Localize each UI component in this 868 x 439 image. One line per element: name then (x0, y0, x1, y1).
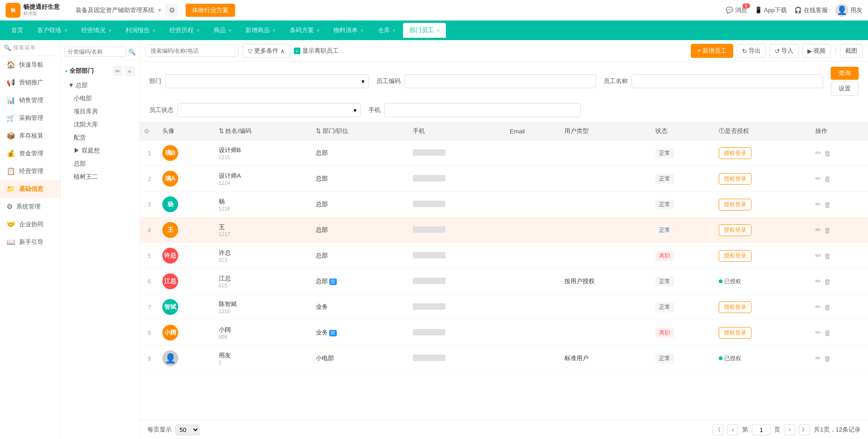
dept-search-input[interactable] (64, 47, 126, 57)
export-button[interactable]: ↻ 导出 (737, 44, 766, 58)
dept-tree-item-沈阳大库[interactable]: 沈阳大库 (61, 118, 139, 131)
online-service-btn[interactable]: 🎧 在线客服 (794, 6, 828, 14)
tab-close-icon[interactable]: × (196, 28, 199, 33)
first-page-btn[interactable]: 《 (712, 424, 723, 435)
sidebar-item-基础信息[interactable]: 📁基础信息 (0, 180, 60, 198)
auth-login-btn[interactable]: 授权登录 (719, 173, 751, 185)
more-filter-btn[interactable]: ▽ 更多条件 ∧ (243, 44, 290, 58)
dept-tree-item-总部[interactable]: 总部 (61, 157, 139, 170)
tab-close-icon[interactable]: × (229, 28, 231, 33)
screenshot-button[interactable]: 截图 (840, 44, 862, 58)
tab-close-icon[interactable]: × (272, 28, 275, 33)
nav-tab-客户联络[interactable]: 客户联络× (31, 23, 74, 38)
nav-tab-首页[interactable]: 首页 (5, 23, 30, 38)
nav-tab-仓库[interactable]: 仓库× (371, 23, 402, 38)
page-size-select[interactable]: 50 100 (175, 425, 200, 435)
edit-button[interactable]: ✏ (815, 200, 821, 209)
nav-tab-商品[interactable]: 商品× (207, 23, 238, 38)
auth-login-btn[interactable]: 授权登录 (719, 327, 751, 339)
nav-tab-物料清单[interactable]: 物料清单× (327, 23, 370, 38)
delete-button[interactable]: 🗑 (824, 252, 831, 260)
delete-button[interactable]: 🗑 (824, 329, 831, 337)
edit-button[interactable]: ✏ (815, 226, 821, 234)
sidebar-search[interactable]: 🔍 搜索菜单 (0, 40, 60, 56)
delete-button[interactable]: 🗑 (824, 278, 831, 286)
import-button[interactable]: ↺ 导入 (770, 44, 799, 58)
nav-tab-新增商品[interactable]: 新增商品× (239, 23, 282, 38)
delete-button[interactable]: 🗑 (824, 226, 831, 234)
tab-close-icon[interactable]: × (108, 28, 111, 33)
filter-emp-name-input[interactable] (632, 74, 823, 88)
messages-btn[interactable]: 💬 消息 5 (726, 6, 747, 14)
table-col-2[interactable]: ⇅ 姓名/编码 (215, 122, 312, 140)
sidebar-item-营销推广[interactable]: 📢营销推广 (0, 74, 60, 91)
delete-button[interactable]: 🗑 (824, 149, 831, 157)
dept-tree-item-总部[interactable]: ▼ 总部 (61, 79, 139, 92)
add-employee-button[interactable]: + 新增员工 (691, 44, 733, 58)
filter-status-select[interactable]: ▾ (177, 103, 361, 117)
sidebar-item-系统管理[interactable]: ⚙系统管理 (0, 198, 60, 216)
filter-emp-code-input[interactable] (404, 74, 596, 88)
dept-collapse-btn[interactable]: « (125, 66, 135, 76)
filter-search-btn[interactable]: 查询 (831, 67, 859, 80)
dept-add-btn[interactable]: ✏ (112, 66, 123, 76)
gear-button[interactable]: ⚙ (165, 4, 178, 17)
dept-tree-item-小电部[interactable]: 小电部 (61, 92, 139, 105)
edit-button[interactable]: ✏ (815, 277, 821, 286)
sidebar-item-新手引导[interactable]: 📖新手引导 (0, 233, 60, 251)
auth-login-btn[interactable]: 授权登录 (719, 199, 751, 210)
user-area[interactable]: 👤 用友 (835, 4, 862, 17)
dept-tree-item-项目库房[interactable]: 项目库房 (61, 105, 139, 118)
dropdown-arrow-icon[interactable]: ▾ (158, 7, 161, 14)
filter-set-btn[interactable]: 设置 (831, 82, 859, 96)
sidebar-item-经营管理[interactable]: 📋经营管理 (0, 162, 60, 180)
edit-button[interactable]: ✏ (815, 303, 821, 311)
next-page-btn[interactable]: › (784, 424, 795, 435)
nav-tab-经营历程[interactable]: 经营历程× (163, 23, 206, 38)
last-page-btn[interactable]: 》 (799, 424, 810, 435)
sidebar-item-快速导航[interactable]: 🏠快速导航 (0, 56, 60, 74)
sidebar-item-资金管理[interactable]: 💰资金管理 (0, 145, 60, 162)
filter-dept-select[interactable]: ▾ (165, 74, 369, 88)
table-settings-icon[interactable]: ⚙ (144, 127, 150, 135)
tab-close-icon[interactable]: × (361, 28, 363, 33)
delete-button[interactable]: 🗑 (824, 303, 831, 311)
nav-tab-利润报告[interactable]: 利润报告× (119, 23, 162, 38)
trial-button[interactable]: 体验行业方案 (186, 4, 235, 17)
table-col-3[interactable]: ⇅ 部门/职位 (312, 122, 409, 140)
view-button[interactable]: ▶ 视频 (802, 44, 831, 58)
tab-close-icon[interactable]: × (317, 28, 319, 33)
tab-close-icon[interactable]: × (393, 28, 396, 33)
sidebar-item-销售管理[interactable]: 📊销售管理 (0, 91, 60, 109)
edit-button[interactable]: ✏ (815, 354, 821, 362)
delete-button[interactable]: 🗑 (824, 201, 831, 209)
emp-search-input[interactable] (146, 45, 239, 57)
nav-tab-部门员工[interactable]: 部门员工× (403, 23, 446, 38)
app-download-btn[interactable]: 📱 App下载 (755, 6, 787, 14)
auth-login-btn[interactable]: 授权登录 (719, 301, 751, 313)
edit-button[interactable]: ✏ (815, 149, 821, 157)
delete-button[interactable]: 🗑 (824, 175, 831, 183)
auth-login-btn[interactable]: 授权登录 (719, 147, 751, 159)
sidebar-item-库存核算[interactable]: 📦库存核算 (0, 127, 60, 145)
tab-close-icon[interactable]: × (64, 28, 67, 33)
auth-login-btn[interactable]: 授权登录 (719, 250, 751, 262)
dept-tree-item-植树王二[interactable]: 植树王二 (61, 170, 139, 183)
edit-button[interactable]: ✏ (815, 328, 821, 337)
edit-button[interactable]: ✏ (815, 174, 821, 183)
prev-page-btn[interactable]: ‹ (727, 424, 738, 435)
nav-tab-条码方案[interactable]: 条码方案× (283, 23, 326, 38)
dept-tree-item-双庭想[interactable]: ▶ 双庭想 (61, 144, 139, 157)
filter-phone-input[interactable] (384, 103, 580, 117)
tab-close-icon[interactable]: × (437, 28, 439, 33)
edit-button[interactable]: ✏ (815, 251, 821, 260)
delete-button[interactable]: 🗑 (824, 355, 831, 362)
sidebar-item-企业协同[interactable]: 🤝企业协同 (0, 216, 60, 233)
dept-tree-item-配货[interactable]: 配货 (61, 131, 139, 144)
page-number-input[interactable] (752, 424, 771, 435)
dept-search-icon[interactable]: 🔍 (128, 49, 136, 56)
tab-close-icon[interactable]: × (153, 28, 155, 33)
nav-tab-经营情况[interactable]: 经营情况× (75, 23, 118, 38)
auth-login-btn[interactable]: 授权登录 (719, 224, 751, 236)
show-resigned-toggle[interactable]: ✓ 显示离职员工 (294, 47, 339, 55)
